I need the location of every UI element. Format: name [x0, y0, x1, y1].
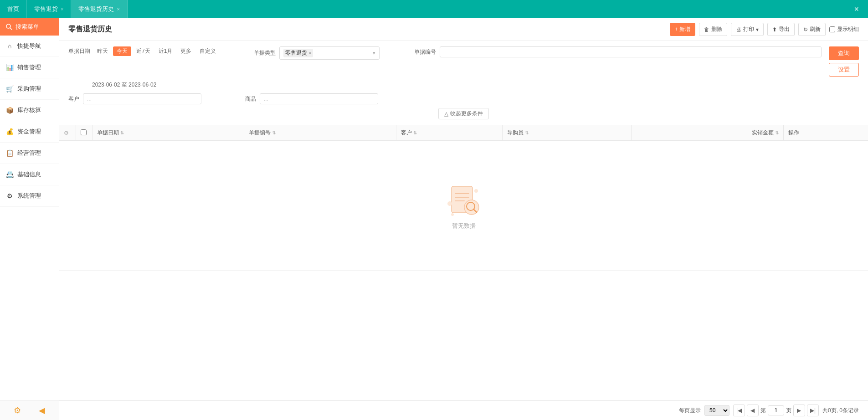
data-table: ⚙ 单据日期 ⇅ — [59, 125, 868, 271]
top-tab-零售退货[interactable]: 零售退货× — [27, 0, 71, 18]
content-area: 零售退货历史 + 新增 🗑 删除 🖨 打印 ▾ ⬆ 导出 — [59, 18, 868, 420]
nav-item-label: 经营管理 — [17, 149, 41, 157]
nav-item-label: 销售管理 — [17, 63, 41, 72]
prev-page-button[interactable]: ◀ — [747, 405, 759, 416]
date-filter-label: 单据日期 — [68, 47, 90, 55]
type-filter-label: 单据类型 — [254, 49, 276, 57]
customer-input[interactable]: ... — [83, 93, 201, 104]
collapse-bar: △ 收起更多条件 — [68, 108, 859, 119]
sidebar-item-系统管理[interactable]: ⚙系统管理 — [0, 185, 59, 207]
date-filter: 单据日期 昨天今天近7天近1月更多自定义 — [68, 46, 219, 56]
per-page-label: 每页显示 — [679, 407, 701, 415]
settings-gear-icon[interactable]: ⚙ — [14, 405, 21, 415]
sort-date[interactable]: 单据日期 ⇅ — [97, 129, 240, 137]
th-action: 操作 — [783, 125, 868, 141]
date-range-display: 2023-06-02 至 2023-06-02 — [92, 81, 156, 89]
nav-item-label: 基础信息 — [17, 170, 41, 179]
type-filter: 单据类型 零售退货 × ▾ — [254, 46, 380, 60]
empty-cell: 暂无数据 — [59, 141, 868, 271]
sidebar-bottom: ⚙ ◀ — [0, 400, 59, 420]
table-body: 暂无数据 — [59, 141, 868, 271]
first-page-button[interactable]: |◀ — [733, 405, 745, 416]
empty-text: 暂无数据 — [452, 222, 476, 230]
customer-filter: 客户 ... — [68, 93, 201, 104]
search-menu-button[interactable]: 搜索菜单 — [0, 18, 59, 36]
nav-item-label: 采购管理 — [17, 85, 41, 93]
header-actions: + 新增 🗑 删除 🖨 打印 ▾ ⬆ 导出 ↻ — [670, 23, 859, 36]
sort-customer[interactable]: 客户 ⇅ — [401, 129, 498, 137]
sidebar-item-采购管理[interactable]: 🛒采购管理 — [0, 78, 59, 100]
refresh-icon: ↻ — [803, 26, 808, 33]
th-amount: 实销金额 ⇅ — [632, 125, 784, 141]
top-bar: 首页零售退货×零售退货历史× × — [0, 0, 868, 18]
filter-action-buttons: 查询 设置 — [829, 46, 859, 77]
svg-point-10 — [474, 189, 478, 193]
date-btn-今天[interactable]: 今天 — [113, 46, 131, 56]
page-unit: 页 — [786, 407, 791, 415]
sort-amount[interactable]: 实销金额 ⇅ — [636, 129, 779, 137]
top-tab-首页[interactable]: 首页 — [0, 0, 27, 18]
page-input[interactable] — [768, 405, 784, 415]
tab-list: 首页零售退货×零售退货历史× — [0, 0, 850, 18]
collapse-button[interactable]: △ 收起更多条件 — [438, 108, 489, 119]
inventory-nav-icon: 📦 — [5, 106, 14, 114]
tab-close-icon[interactable]: × — [61, 6, 63, 12]
export-button[interactable]: ⬆ 导出 — [767, 23, 795, 36]
type-select[interactable]: 零售退货 × ▾ — [279, 46, 380, 60]
sidebar-item-经营管理[interactable]: 📋经营管理 — [0, 143, 59, 164]
number-input[interactable] — [440, 46, 822, 57]
nav-item-label: 资金管理 — [17, 128, 41, 136]
sort-customer-icon: ⇅ — [413, 130, 417, 135]
sidebar-item-资金管理[interactable]: 💰资金管理 — [0, 121, 59, 143]
sidebar-item-快捷导航[interactable]: ⌂快捷导航 — [0, 36, 59, 57]
print-button[interactable]: 🖨 打印 ▾ — [731, 23, 764, 36]
page-title: 零售退货历史 — [68, 25, 112, 34]
total-info: 共0页, 0条记录 — [822, 407, 859, 415]
sales-nav-icon: 📊 — [5, 63, 14, 72]
table-footer: 每页显示 102050100 |◀ ◀ 第 页 ▶ ▶| 共0页, 0条记录 — [59, 400, 868, 420]
sort-date-icon: ⇅ — [120, 130, 124, 135]
th-date: 单据日期 ⇅ — [92, 125, 244, 141]
collapse-up-icon: △ — [444, 111, 448, 117]
display-detail-checkbox[interactable] — [829, 26, 835, 32]
goods-input[interactable]: ... — [260, 93, 378, 104]
sidebar-item-库存核算[interactable]: 📦库存核算 — [0, 100, 59, 121]
number-filter: 单据编号 — [414, 46, 822, 57]
refresh-button[interactable]: ↻ 刷新 — [798, 23, 826, 36]
delete-button[interactable]: 🗑 删除 — [699, 23, 727, 36]
date-btn-自定义[interactable]: 自定义 — [196, 46, 219, 56]
info-nav-icon: 📇 — [5, 170, 14, 179]
tab-close-icon[interactable]: × — [117, 6, 119, 12]
th-checkbox — [76, 125, 92, 141]
empty-row: 暂无数据 — [59, 141, 868, 271]
sidebar-toggle-icon[interactable]: ◀ — [39, 405, 45, 415]
sidebar-item-销售管理[interactable]: 📊销售管理 — [0, 57, 59, 78]
new-button[interactable]: + 新增 — [670, 23, 695, 36]
select-all-checkbox[interactable] — [81, 129, 87, 135]
window-close-button[interactable]: × — [850, 5, 863, 14]
goods-filter-label: 商品 — [245, 95, 256, 103]
display-detail-checkbox-label[interactable]: 显示明细 — [829, 26, 859, 33]
page-nav: |◀ ◀ 第 页 ▶ ▶| — [733, 405, 819, 416]
date-btn-更多[interactable]: 更多 — [177, 46, 195, 56]
sidebar-item-基础信息[interactable]: 📇基础信息 — [0, 164, 59, 185]
type-tag-close[interactable]: × — [308, 51, 311, 56]
svg-point-11 — [447, 201, 452, 206]
last-page-button[interactable]: ▶| — [807, 405, 819, 416]
export-icon: ⬆ — [772, 26, 777, 33]
table-settings-icon[interactable]: ⚙ — [64, 130, 69, 136]
sort-guide[interactable]: 导购员 ⇅ — [507, 129, 627, 137]
th-settings: ⚙ — [59, 125, 76, 141]
top-tab-零售退货历史[interactable]: 零售退货历史× — [71, 0, 127, 18]
date-btn-昨天[interactable]: 昨天 — [94, 46, 111, 56]
table-wrapper: ⚙ 单据日期 ⇅ — [59, 125, 868, 400]
type-tag: 零售退货 × — [283, 49, 313, 57]
sort-number[interactable]: 单据编号 ⇅ — [249, 129, 391, 137]
query-button[interactable]: 查询 — [829, 46, 859, 60]
top-bar-right: × — [850, 5, 868, 14]
per-page-select[interactable]: 102050100 — [704, 405, 729, 416]
next-page-button[interactable]: ▶ — [793, 405, 805, 416]
date-btn-近1月[interactable]: 近1月 — [155, 46, 176, 56]
setting-button[interactable]: 设置 — [829, 63, 859, 77]
date-btn-近7天[interactable]: 近7天 — [133, 46, 154, 56]
